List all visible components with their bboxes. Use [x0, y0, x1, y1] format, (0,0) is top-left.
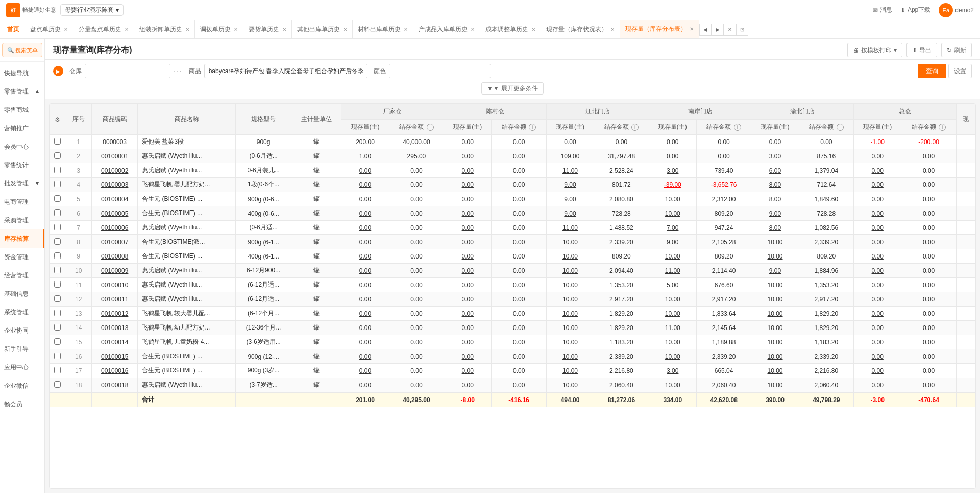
row-checkbox[interactable] [50, 192, 65, 206]
row-checkbox[interactable] [50, 364, 65, 378]
row-c-stock[interactable]: 0.00 [444, 307, 492, 321]
info-icon[interactable]: i [631, 124, 639, 131]
tab-zuchaichu[interactable]: 组装拆卸单历史 ✕ [134, 20, 195, 39]
row-checkbox[interactable] [50, 163, 65, 178]
row-c-stock[interactable]: 0.00 [444, 364, 492, 378]
row-c-stock[interactable]: 0.00 [444, 135, 492, 149]
row-jb-stock[interactable]: 10.00 [546, 349, 594, 364]
row-check[interactable] [54, 367, 61, 373]
row-check[interactable] [54, 152, 61, 159]
row-c-stock[interactable]: 0.00 [444, 264, 492, 278]
row-na-stock[interactable]: 11.00 [649, 264, 696, 278]
sidebar-item-jichu[interactable]: 基础信息 [0, 285, 44, 303]
row-t-stock[interactable]: 0.00 [854, 264, 901, 278]
row-check[interactable] [54, 238, 61, 245]
row-f-stock[interactable]: 0.00 [341, 163, 389, 178]
row-f-stock[interactable]: 0.00 [341, 221, 389, 235]
row-t-stock[interactable]: 0.00 [854, 192, 901, 206]
sidebar-item-yxtuiguang[interactable]: 营销推广 [0, 119, 44, 137]
row-t-stock[interactable]: 0.00 [854, 307, 901, 321]
row-jb-stock[interactable]: 9.00 [546, 178, 594, 192]
row-checkbox[interactable] [50, 278, 65, 292]
row-t-stock[interactable]: 0.00 [854, 178, 901, 192]
row-f-stock[interactable]: 0.00 [341, 178, 389, 192]
row-t-stock[interactable]: 0.00 [854, 364, 901, 378]
row-t-stock[interactable]: -1.00 [854, 135, 901, 149]
row-jb-stock[interactable]: 10.00 [546, 249, 594, 264]
close-icon[interactable]: ✕ [690, 26, 694, 32]
row-f-stock[interactable]: 200.00 [341, 135, 389, 149]
row-na-stock[interactable]: 11.00 [649, 321, 696, 335]
row-yb-stock[interactable]: 10.00 [751, 335, 799, 349]
row-c-stock[interactable]: 0.00 [444, 235, 492, 249]
row-c-stock[interactable]: 0.00 [444, 192, 492, 206]
row-t-stock[interactable]: 0.00 [854, 378, 901, 393]
close-icon[interactable]: ✕ [282, 27, 286, 32]
row-checkbox[interactable] [50, 221, 65, 235]
row-na-stock[interactable]: 9.00 [649, 235, 696, 249]
row-f-stock[interactable]: 0.00 [341, 364, 389, 378]
tab-cailiaochuku[interactable]: 材料出库单历史 ✕ [353, 20, 413, 39]
row-na-stock[interactable]: 10.00 [649, 335, 696, 349]
tab-diaobodanls[interactable]: 调拨单历史 ✕ [195, 20, 243, 39]
row-jb-stock[interactable]: 10.00 [546, 378, 594, 393]
row-f-stock[interactable]: 0.00 [341, 249, 389, 264]
row-f-stock[interactable]: 0.00 [341, 206, 389, 221]
row-na-stock[interactable]: 10.00 [649, 192, 696, 206]
row-t-stock[interactable]: 0.00 [854, 249, 901, 264]
color-input[interactable] [389, 64, 491, 78]
row-check[interactable] [54, 195, 61, 202]
sidebar-item-yingyongzx[interactable]: 应用中心 [0, 358, 44, 377]
info-icon[interactable]: i [939, 124, 946, 131]
tab-xiancun-dist[interactable]: 现存量（库存分布表） ✕ [620, 20, 699, 39]
row-f-stock[interactable]: 0.00 [341, 192, 389, 206]
row-check[interactable] [54, 338, 61, 345]
row-check[interactable] [54, 167, 61, 173]
tab-home[interactable]: 首页 [2, 20, 25, 39]
row-jb-stock[interactable]: 10.00 [546, 278, 594, 292]
row-na-stock[interactable]: -39.00 [649, 178, 696, 192]
row-yb-stock[interactable]: 10.00 [751, 349, 799, 364]
search-english-btn[interactable]: 🔍 搜索英单 [2, 43, 42, 57]
row-t-stock[interactable]: 0.00 [854, 206, 901, 221]
row-c-stock[interactable]: 0.00 [444, 321, 492, 335]
sidebar-item-caigou[interactable]: 采购管理 [0, 211, 44, 229]
tab-next-btn[interactable]: ▶ [712, 24, 724, 36]
row-yb-stock[interactable]: 10.00 [751, 235, 799, 249]
row-check[interactable] [54, 138, 61, 145]
sidebar-item-kucunhs[interactable]: 库存核算 [0, 229, 44, 248]
row-c-stock[interactable]: 0.00 [444, 292, 492, 307]
app-download-link[interactable]: ⬇ App下载 [900, 6, 930, 14]
row-t-stock[interactable]: 0.00 [854, 163, 901, 178]
expand-conditions-btn[interactable]: ▼▼ 展开更多条件 [481, 82, 544, 95]
row-f-stock[interactable]: 0.00 [341, 264, 389, 278]
sidebar-item-zijin[interactable]: 资金管理 [0, 248, 44, 266]
row-c-stock[interactable]: 0.00 [444, 178, 492, 192]
row-jb-stock[interactable]: 10.00 [546, 307, 594, 321]
row-jb-stock[interactable]: 9.00 [546, 206, 594, 221]
row-checkbox[interactable] [50, 335, 65, 349]
row-jb-stock[interactable]: 11.00 [546, 221, 594, 235]
tab-expand-btn[interactable]: ⊡ [736, 24, 748, 36]
row-jb-stock[interactable]: 10.00 [546, 292, 594, 307]
row-t-stock[interactable]: 0.00 [854, 321, 901, 335]
row-checkbox[interactable] [50, 235, 65, 249]
row-yb-stock[interactable]: 10.00 [751, 378, 799, 393]
row-t-stock[interactable]: 0.00 [854, 278, 901, 292]
row-f-stock[interactable]: 0.00 [341, 235, 389, 249]
row-t-stock[interactable]: 0.00 [854, 221, 901, 235]
tab-xiancun-status[interactable]: 现存量（库存状况表） ✕ [541, 20, 620, 39]
tab-prev-btn[interactable]: ◀ [699, 24, 712, 36]
row-checkbox[interactable] [50, 249, 65, 264]
info-icon[interactable]: i [734, 124, 741, 131]
row-yb-stock[interactable]: 9.00 [751, 264, 799, 278]
close-icon[interactable]: ✕ [531, 27, 535, 32]
row-f-stock[interactable]: 0.00 [341, 321, 389, 335]
row-checkbox[interactable] [50, 349, 65, 364]
row-f-stock[interactable]: 0.00 [341, 378, 389, 393]
sidebar-item-xitong[interactable]: 系统管理 [0, 303, 44, 321]
row-checkbox[interactable] [50, 206, 65, 221]
gear-icon[interactable]: ⚙ [55, 116, 60, 123]
sidebar-item-dianshang[interactable]: 电商管理 [0, 193, 44, 211]
row-t-stock[interactable]: 0.00 [854, 149, 901, 163]
